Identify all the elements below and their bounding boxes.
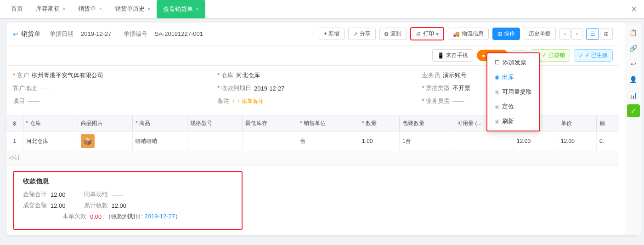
salesperson2-value: ——	[452, 98, 464, 105]
print-icon: 🖨	[416, 31, 421, 37]
project-label: 项目	[13, 97, 25, 105]
logistics-button[interactable]: 🚚 物流信息	[448, 28, 489, 40]
list-view-button[interactable]: ☰	[586, 28, 599, 40]
customer-field: 客户 柳州粤港平安气体有限公司	[13, 71, 203, 80]
overdue-label: 本单欠款	[62, 212, 86, 221]
new-button[interactable]: + 新增	[319, 28, 345, 40]
share-icon: ↗	[353, 31, 358, 37]
sidebar-chart-button[interactable]: 📊	[627, 89, 640, 102]
grid-icon: ⊞	[497, 31, 502, 37]
payment-date-label: 收款到期日	[217, 84, 251, 92]
payment-row-3: 本单欠款 0.00 （收款到期日: 2019-12-27）	[23, 212, 232, 221]
doc-header: ↩ 销货单 单据日期 2019-12-27 单据编号 SA-20191227-0…	[6, 23, 619, 46]
window-close-button[interactable]: ✕	[631, 4, 638, 14]
plus-icon: +	[232, 98, 235, 104]
tab-home[interactable]: 首页	[5, 0, 29, 18]
operation-dropdown: ☐ 添加发票 ◉ 出库 ◉ 可用量提取 ◉ 定位 ◉ 刷新	[486, 52, 540, 131]
row-product: 嘻嘻嘻嘻	[133, 131, 187, 151]
row-warehouse: 河北仓库	[23, 131, 78, 151]
history-button[interactable]: 历史单据	[524, 28, 556, 40]
operation-button[interactable]: ⊞ 操作	[492, 28, 520, 40]
right-sidebar: 📋 🔗 ↩ 👤 📊 ⤢	[625, 23, 641, 235]
logistics-icon: 🚚	[453, 31, 460, 37]
payment-info-title: 收款信息	[23, 177, 232, 186]
add-notes-button[interactable]: + + 添加备注	[232, 97, 263, 105]
prev-arrow[interactable]: ‹	[559, 28, 571, 40]
warehouse-label: 仓库	[217, 71, 233, 80]
close-tab-history[interactable]: ×	[147, 6, 150, 11]
available-qty-item[interactable]: ◉ 可用量提取	[487, 85, 539, 99]
transaction-value: 12.00	[51, 202, 66, 209]
available-qty-icon: ◉	[495, 89, 499, 95]
sidebar-link-button[interactable]: 🔗	[627, 42, 640, 55]
sidebar-expand-button[interactable]: ⤢	[627, 104, 640, 117]
close-tab-view-sales[interactable]: ×	[196, 6, 198, 12]
transaction-item: 成交金额 12.00	[23, 201, 66, 210]
dropdown-arrow-icon: ▾	[436, 31, 439, 37]
sidebar-doc-button[interactable]: 📋	[627, 26, 640, 39]
sidebar-user-button[interactable]: 👤	[627, 73, 640, 86]
from-mobile-button[interactable]: 📱 来自手机	[432, 49, 473, 62]
close-tab-inventory[interactable]: ×	[62, 6, 65, 11]
row-unit-price: 12.00	[558, 131, 596, 151]
row-quantity: 1.00	[359, 131, 399, 151]
add-invoice-item[interactable]: ☐ 添加发票	[487, 55, 539, 70]
copy-icon: ⧉	[384, 31, 389, 37]
tab-sales-order[interactable]: 销货单 ×	[72, 0, 108, 18]
tab-inventory-init[interactable]: 库存期初 ×	[29, 0, 72, 18]
outbound-item[interactable]: ◉ 出库	[487, 70, 539, 85]
next-arrow[interactable]: ›	[571, 28, 582, 40]
overdue-item: 本单欠款 0.00 （收款到期日: 2019-12-27）	[23, 212, 181, 221]
same-order-item: 同单现结 ——	[84, 190, 124, 199]
warehouse-value: 河北仓库	[236, 71, 260, 80]
row-min-stock	[242, 131, 297, 151]
col-product-img: 商品图片	[78, 116, 132, 131]
doc-meta: 单据日期 2019-12-27 单据编号 SA-20191227-001	[50, 30, 203, 38]
effective-button[interactable]: ✓ ✓ 已生效	[574, 49, 613, 62]
overdue-value: 0.00	[90, 213, 102, 220]
share-button[interactable]: ↗ 分享	[348, 28, 376, 40]
toolbar: + 新增 ↗ 分享 ⧉ 复制 🖨 打印 ▾ 🚚 物流信息	[319, 27, 613, 40]
number-label: 单据编号	[124, 30, 147, 38]
payment-row-1: 金额合计 12.00 同单现结 ——	[23, 190, 232, 199]
close-tab-sales[interactable]: ×	[99, 6, 102, 11]
locate-icon: ◉	[495, 103, 499, 110]
tab-view-sales[interactable]: 查看销货单 ×	[157, 0, 205, 18]
view-toggle: ☰ ⊞	[586, 28, 613, 40]
print-button[interactable]: 🖨 打印 ▾	[410, 27, 444, 40]
effective-icon: ✓	[579, 52, 583, 59]
address-field: 客户地址 ——	[13, 84, 203, 92]
date-label: 单据日期	[50, 30, 73, 38]
total-value: 12.00	[51, 191, 66, 198]
payment-row-2: 成交金额 12.00 累计收款 12.00	[23, 201, 232, 210]
col-product: 商品	[133, 116, 187, 131]
salesperson2-label: 业务员孟	[422, 97, 450, 105]
col-sales-unit: 销售单位	[297, 116, 359, 131]
col-min-stock: 最低库存	[242, 116, 297, 131]
ticket-type-label: 票据类型	[422, 84, 450, 92]
address-label: 客户地址	[13, 84, 37, 92]
customer-value: 柳州粤港平安气体有限公司	[32, 71, 103, 80]
doc-title-text: 销货单	[21, 30, 40, 38]
locate-item[interactable]: ◉ 定位	[487, 99, 539, 114]
sidebar-back-button[interactable]: ↩	[627, 57, 640, 70]
warehouse-field: 仓库 河北仓库	[217, 71, 408, 80]
nav-pager: ‹ ›	[559, 28, 582, 40]
total-amount-item: 金额合计 12.00	[23, 190, 66, 199]
project-field: 项目 ——	[13, 97, 203, 105]
grid-view-button[interactable]: ⊞	[600, 28, 613, 40]
notes-label: 备注	[217, 97, 229, 105]
row-current-stock: 12.00	[514, 131, 558, 151]
tab-sales-history[interactable]: 销货单历史 ×	[108, 0, 157, 18]
col-quantity: 数量	[359, 116, 399, 131]
refresh-icon: ◉	[495, 118, 499, 125]
outbound-icon: ◉	[495, 74, 499, 80]
copy-button[interactable]: ⧉ 复制	[379, 28, 407, 40]
col-spec: 规格型号	[187, 116, 242, 131]
payment-date-field: 收款到期日 2019-12-27	[217, 84, 408, 92]
refresh-item[interactable]: ◉ 刷新	[487, 114, 539, 129]
col-warehouse: 仓库	[23, 116, 78, 131]
transaction-label: 成交金额	[23, 201, 47, 210]
cumulative-value: 12.00	[112, 202, 127, 209]
col-settings[interactable]: ⚙	[6, 116, 23, 131]
